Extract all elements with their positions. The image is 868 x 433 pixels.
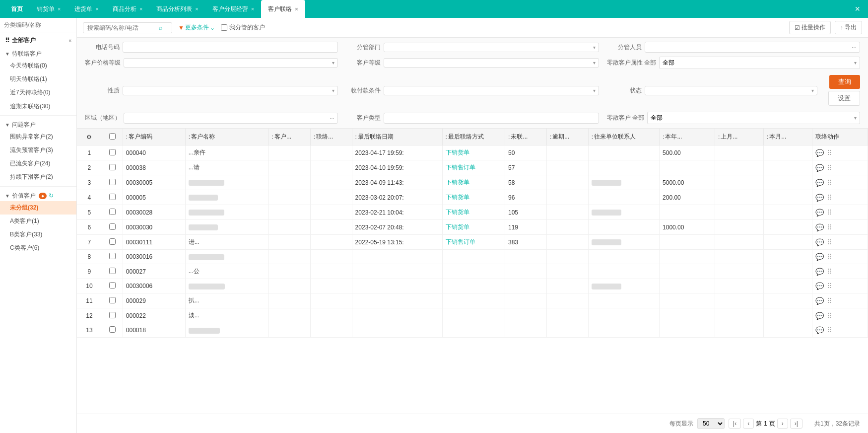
row-checkbox[interactable] <box>109 326 116 333</box>
contact-icon[interactable]: 💬 <box>815 238 824 246</box>
close-tab-cust-layer[interactable]: × <box>251 6 254 12</box>
last-way-link[interactable]: 下销货单 <box>446 179 469 186</box>
contact-icon[interactable]: 💬 <box>815 164 824 172</box>
search-input[interactable] <box>87 24 157 31</box>
last-way-link[interactable]: 下销货单 <box>446 223 469 230</box>
group-problem-label[interactable]: ▼ 问题客户 <box>0 118 76 130</box>
row-checkbox[interactable] <box>109 268 116 274</box>
cust-level-select[interactable]: ▾ <box>384 58 599 68</box>
th-last-way[interactable]: :最后联络方式 <box>442 129 505 145</box>
cell-check[interactable] <box>102 190 123 205</box>
reset-button[interactable]: 设置 <box>828 91 860 106</box>
cell-check[interactable] <box>102 220 123 235</box>
tab-cust-layer[interactable]: 客户分层经营 × <box>205 0 261 18</box>
th-last-date[interactable]: :最后联络日期 <box>352 129 442 145</box>
row-checkbox[interactable] <box>109 223 116 230</box>
collapse-sidebar-icon[interactable]: « <box>68 38 71 43</box>
first-page-btn[interactable]: |‹ <box>729 419 741 429</box>
phone-input[interactable] <box>123 42 338 53</box>
th-this-month[interactable]: :本月... <box>763 129 812 145</box>
th-name[interactable]: :客户名称 <box>185 129 268 145</box>
sidebar-item-7days-pending[interactable]: 近7天待联络(0) <box>0 86 76 99</box>
row-checkbox[interactable] <box>109 194 116 200</box>
page-size-select[interactable]: 50 100 200 <box>697 418 725 429</box>
retail-cust-select[interactable]: 全部 ▾ <box>647 112 860 124</box>
sidebar-item-churn-warn[interactable]: 流失预警客户(3) <box>0 144 76 157</box>
payment-select[interactable]: ▾ <box>384 86 599 95</box>
th-settings[interactable]: ⚙ <box>77 129 102 145</box>
more-icon[interactable]: ⠿ <box>827 253 832 261</box>
tab-analysis[interactable]: 商品分析 × <box>106 0 149 18</box>
more-icon[interactable]: ⠿ <box>827 312 832 320</box>
close-all-tabs[interactable]: × <box>851 4 864 14</box>
tab-sales[interactable]: 销货单 × <box>30 0 67 18</box>
contact-icon[interactable]: 💬 <box>815 253 824 261</box>
more-icon[interactable]: ⠿ <box>827 209 832 216</box>
more-icon[interactable]: ⠿ <box>827 326 832 334</box>
sidebar-item-tomorrow-pending[interactable]: 明天待联络(1) <box>0 72 76 86</box>
contact-icon[interactable]: 💬 <box>815 282 824 290</box>
th-overdue[interactable]: :逾期... <box>546 129 588 145</box>
row-checkbox[interactable] <box>109 282 116 289</box>
sidebar-item-today-pending[interactable]: 今天待联络(0) <box>0 59 76 72</box>
contact-icon[interactable]: 💬 <box>815 209 824 216</box>
close-tab-analysis-list[interactable]: × <box>195 6 198 12</box>
th-companion[interactable]: :往来单位联系人 <box>588 129 659 145</box>
row-checkbox[interactable] <box>109 297 116 303</box>
more-icon[interactable]: ⠿ <box>827 223 832 231</box>
close-tab-sales[interactable]: × <box>58 6 61 12</box>
contact-icon[interactable]: 💬 <box>815 326 824 334</box>
sidebar-item-churned[interactable]: 已流失客户(24) <box>0 157 76 170</box>
more-icon[interactable]: ⠿ <box>827 268 832 276</box>
row-checkbox[interactable] <box>109 149 116 155</box>
search-icon[interactable]: ⌕ <box>159 24 162 31</box>
last-way-link[interactable]: 下销货单 <box>446 209 469 216</box>
last-way-link[interactable]: 下销货单 <box>446 149 469 156</box>
more-icon[interactable]: ⠿ <box>827 194 832 202</box>
more-icon[interactable]: ⠿ <box>827 149 832 157</box>
query-button[interactable]: 查询 <box>829 75 860 89</box>
sidebar-item-class-a[interactable]: A类客户(1) <box>0 215 76 228</box>
cell-check[interactable] <box>102 293 123 308</box>
cust-type-input[interactable] <box>384 113 599 124</box>
tab-home[interactable]: 首页 <box>4 0 30 18</box>
th-last-month[interactable]: :上月... <box>715 129 764 145</box>
cell-check[interactable] <box>102 323 123 338</box>
close-tab-cust-contact[interactable]: × <box>295 6 298 12</box>
contact-icon[interactable]: 💬 <box>815 297 824 305</box>
sidebar-search-input[interactable] <box>4 21 77 28</box>
sidebar-item-class-c[interactable]: C类客户(6) <box>0 241 76 255</box>
contact-icon[interactable]: 💬 <box>815 268 824 276</box>
my-customers-checkbox[interactable] <box>221 24 227 31</box>
row-checkbox[interactable] <box>109 179 116 185</box>
manager-select[interactable]: ··· <box>645 42 860 53</box>
last-page-btn[interactable]: ›| <box>790 419 802 429</box>
dept-select[interactable]: ▾ <box>384 43 599 52</box>
contact-icon[interactable]: 💬 <box>815 312 824 320</box>
cell-check[interactable] <box>102 205 123 220</box>
group-value-label[interactable]: ▼ 价值客户 ● ↻ <box>0 189 76 201</box>
close-tab-purchase[interactable]: × <box>95 6 98 12</box>
more-conditions-btn[interactable]: ▼ 更多条件 ⌄ <box>178 23 215 32</box>
th-this-year[interactable]: :本年... <box>660 129 715 145</box>
th-check[interactable] <box>102 129 123 145</box>
cell-check[interactable] <box>102 308 123 323</box>
last-way-link[interactable]: 下销货单 <box>446 194 469 201</box>
close-tab-analysis[interactable]: × <box>139 6 142 12</box>
refresh-icon[interactable]: ↻ <box>49 192 54 199</box>
cell-check[interactable] <box>102 264 123 279</box>
next-page-btn[interactable]: › <box>777 419 788 429</box>
status-select[interactable]: ▾ <box>645 86 817 95</box>
th-cust-type[interactable]: :客户... <box>268 129 310 145</box>
contact-icon[interactable]: 💬 <box>815 179 824 187</box>
more-icon[interactable]: ⠿ <box>827 282 832 290</box>
sidebar-item-unclassified[interactable]: 未分组(32) <box>0 201 76 215</box>
more-icon[interactable]: ⠿ <box>827 179 832 187</box>
select-all-checkbox[interactable] <box>109 133 116 140</box>
th-code[interactable]: :客户编码 <box>123 129 185 145</box>
all-customers-header[interactable]: ⠿ 全部客户 « <box>0 32 76 47</box>
tab-purchase[interactable]: 进货单 × <box>67 0 105 18</box>
sidebar-item-declining[interactable]: 持续下滑客户(2) <box>0 170 76 184</box>
export-button[interactable]: ↑ 导出 <box>835 21 862 34</box>
tab-analysis-list[interactable]: 商品分析列表 × <box>149 0 205 18</box>
